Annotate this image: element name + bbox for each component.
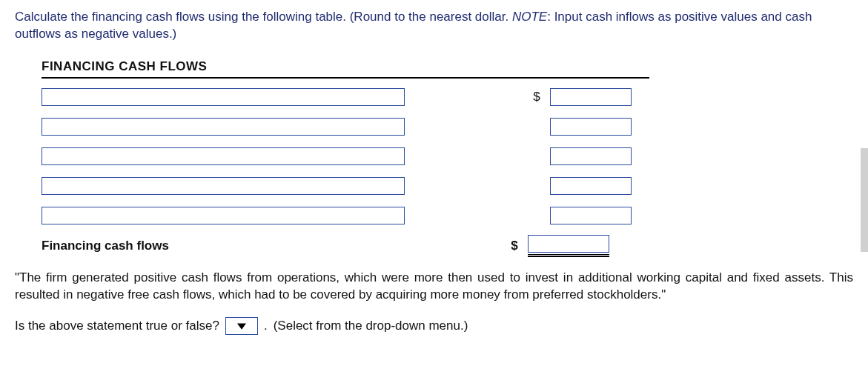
- row-label-input[interactable]: [42, 118, 405, 136]
- currency-sign: $: [523, 90, 550, 104]
- question-row: Is the above statement true or false? . …: [15, 317, 853, 335]
- row-value-input[interactable]: [550, 147, 632, 165]
- total-value-input[interactable]: [528, 235, 609, 253]
- total-label: Financing cash flows: [42, 239, 405, 253]
- table-row: $: [42, 86, 853, 108]
- row-value-input[interactable]: [550, 118, 632, 136]
- svg-marker-0: [237, 323, 246, 329]
- chevron-down-icon: [237, 322, 246, 330]
- total-double-underline: [528, 256, 609, 257]
- total-box-wrap: [528, 235, 617, 257]
- instruction-note-label: NOTE: [512, 10, 547, 24]
- table-row: [42, 175, 853, 197]
- row-label-input[interactable]: [42, 207, 405, 224]
- row-label-input[interactable]: [42, 88, 405, 106]
- table-row: [42, 145, 853, 167]
- section-title: FINANCING CASH FLOWS: [42, 59, 649, 79]
- row-value-input[interactable]: [550, 177, 632, 195]
- instruction-main: Calculate the financing cash flows using…: [15, 10, 512, 24]
- scrollbar-thumb[interactable]: [861, 148, 868, 252]
- instruction-text: Calculate the financing cash flows using…: [15, 9, 853, 43]
- question-text: Is the above statement true or false?: [15, 319, 219, 333]
- row-label-input[interactable]: [42, 177, 405, 195]
- table-row: [42, 204, 853, 227]
- true-false-dropdown[interactable]: [225, 317, 258, 335]
- total-underline: [528, 254, 609, 255]
- dropdown-period: .: [264, 319, 268, 333]
- total-row: Financing cash flows $: [42, 234, 853, 258]
- worksheet-page: Calculate the financing cash flows using…: [0, 0, 868, 386]
- row-label-input[interactable]: [42, 147, 405, 165]
- financing-section: FINANCING CASH FLOWS $: [42, 59, 853, 258]
- statement-text: "The firm generated positive cash flows …: [15, 270, 853, 304]
- table-row: [42, 116, 853, 138]
- row-value-input[interactable]: [550, 207, 632, 224]
- row-value-input[interactable]: [550, 88, 632, 106]
- currency-sign: $: [501, 239, 528, 253]
- input-rows: $: [42, 86, 853, 227]
- question-hint: (Select from the drop-down menu.): [274, 319, 468, 333]
